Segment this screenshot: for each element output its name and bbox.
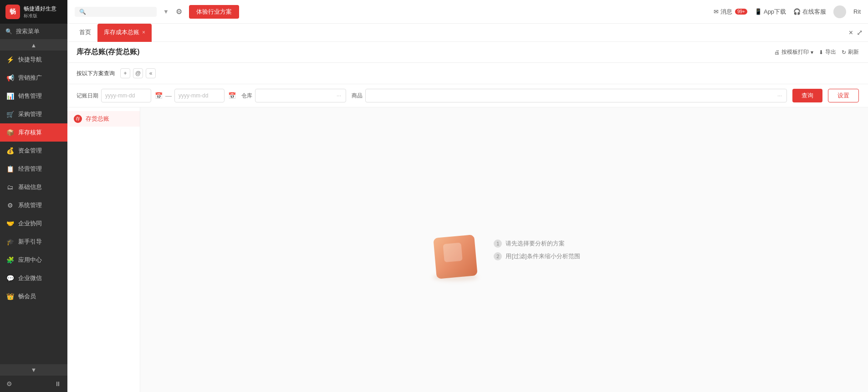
date-end-input[interactable]: yyyy-mm-dd: [174, 89, 225, 102]
sidebar-item-label: 畅会员: [18, 292, 61, 300]
refresh-btn[interactable]: ↻ 刷新: [842, 48, 859, 56]
sidebar-item-label: 应用中心: [18, 256, 61, 264]
date-end-placeholder: yyyy-mm-dd: [179, 92, 208, 99]
operation-icon: 📋: [6, 165, 14, 173]
sidebar-bottom: ⚙ ⏸: [0, 375, 67, 392]
date-start-input[interactable]: yyyy-mm-dd: [101, 89, 151, 102]
empty-state: 1 请先选择要分析的方案 2 用[过滤]条件来缩小分析范围: [140, 107, 868, 392]
panel-close-btn[interactable]: ×: [849, 29, 853, 37]
filter-add-btn[interactable]: +: [120, 68, 130, 78]
scroll-down-btn[interactable]: ▼: [0, 364, 67, 375]
scroll-up-btn[interactable]: ▲: [0, 40, 67, 51]
product-input[interactable]: ···: [365, 89, 787, 102]
sidebar-item-label: 企业微信: [18, 274, 61, 282]
panel-expand-btn[interactable]: ⤢: [857, 28, 863, 37]
hint1-num: 1: [494, 239, 502, 248]
date-separator: —: [165, 92, 172, 99]
scheme-item-inventory-ledger[interactable]: 存 存货总账: [67, 111, 140, 127]
empty-hint-2: 2 用[过滤]条件来缩小分析范围: [494, 252, 580, 260]
sidebar-nav-list: ⚡ 快捷导航 📢 营销推广 📊 销售管理 🛒 采购管理 📦 库存核算 💰 资金管…: [0, 51, 67, 364]
sidebar-item-system[interactable]: ⚙ 系统管理: [0, 196, 67, 214]
online-service-btn[interactable]: 🎧 在线客服: [793, 8, 826, 16]
empty-box: [434, 234, 478, 279]
page-title: 库存总账(存货总账): [77, 47, 140, 57]
app-download-icon: 📱: [755, 8, 762, 15]
tab-close-btn[interactable]: ×: [142, 29, 145, 36]
topbar-chevron-icon[interactable]: ▼: [163, 8, 169, 15]
date-end-calendar-icon[interactable]: 📅: [228, 92, 236, 99]
hint2-num: 2: [494, 252, 502, 260]
sidebar-item-apps[interactable]: 🧩 应用中心: [0, 251, 67, 269]
sidebar-search[interactable]: 🔍 搜索菜单: [0, 24, 67, 40]
print-icon: 🖨: [774, 49, 780, 56]
export-btn[interactable]: ⬇ 导出: [819, 48, 836, 56]
avatar[interactable]: [833, 5, 846, 18]
tabs-bar: 首页 库存成本总账 × × ⤢: [67, 24, 868, 42]
empty-text: 1 请先选择要分析的方案 2 用[过滤]条件来缩小分析范围: [494, 239, 580, 260]
search-btn[interactable]: 查询: [792, 89, 822, 102]
filter-refresh-btn[interactable]: @: [133, 68, 143, 78]
message-btn[interactable]: ✉ 消息 99+: [714, 8, 747, 16]
enterprise-icon: 🤝: [6, 220, 14, 227]
topbar-search-box[interactable]: 🔍: [75, 7, 157, 17]
page-header-actions: 🖨 按模板打印 ▾ ⬇ 导出 ↻ 刷新: [774, 48, 859, 56]
empty-box-shine: [443, 242, 463, 262]
sidebar-logo: 畅 畅捷通好生意 标准版: [0, 0, 67, 24]
purchase-icon: 🛒: [6, 111, 14, 118]
collapse-icon[interactable]: ⏸: [55, 380, 61, 387]
wechat-icon: 💬: [6, 275, 14, 282]
sidebar-item-marketing[interactable]: 📢 营销推广: [0, 69, 67, 87]
sidebar-item-finance[interactable]: 💰 资金管理: [0, 142, 67, 160]
main-area: 🔍 ▼ ⚙ 体验行业方案 ✉ 消息 99+ 📱 App下载 🎧 在线客服 Rit: [67, 0, 868, 392]
hint2-text: 用[过滤]条件来缩小分析范围: [505, 252, 580, 260]
message-badge: 99+: [735, 9, 747, 15]
print-chevron-icon: ▾: [811, 49, 813, 56]
industry-btn[interactable]: 体验行业方案: [189, 5, 239, 19]
topbar-gear-btn[interactable]: ⚙: [173, 5, 185, 18]
app-name: 畅捷通好生意: [24, 5, 56, 13]
sidebar-item-operation[interactable]: 📋 经营管理: [0, 160, 67, 178]
warehouse-more-btn[interactable]: ···: [337, 92, 341, 99]
app-sub: 标准版: [24, 13, 56, 19]
warehouse-filter-section: 仓库 ···: [241, 89, 346, 102]
message-label: 消息: [720, 8, 732, 16]
sidebar-item-inventory[interactable]: 📦 库存核算: [0, 123, 67, 142]
search-icon: 🔍: [5, 28, 12, 35]
settings-icon[interactable]: ⚙: [6, 380, 12, 387]
empty-shadow: [433, 274, 478, 281]
app-download-btn[interactable]: 📱 App下载: [755, 8, 786, 16]
sidebar-item-enterprise[interactable]: 🤝 企业协同: [0, 214, 67, 233]
date-start-calendar-icon[interactable]: 📅: [155, 92, 163, 99]
tab-inventory-ledger[interactable]: 库存成本总账 ×: [97, 24, 152, 42]
finance-icon: 💰: [6, 147, 14, 154]
sidebar-item-label: 销售管理: [18, 92, 61, 100]
sidebar-item-purchase[interactable]: 🛒 采购管理: [0, 105, 67, 123]
member-icon: 👑: [6, 293, 14, 300]
sidebar-item-basic[interactable]: 🗂 基础信息: [0, 178, 67, 196]
sidebar-item-label: 营销推广: [18, 74, 61, 82]
setting-btn[interactable]: 设置: [828, 89, 859, 102]
filter-label: 按以下方案查询: [77, 70, 115, 77]
warehouse-input[interactable]: ···: [255, 89, 346, 102]
filter-actions: + @ «: [120, 68, 156, 78]
sidebar-item-guide[interactable]: 🎓 新手引导: [0, 233, 67, 251]
tab-home[interactable]: 首页: [73, 24, 97, 42]
sidebar-item-member[interactable]: 👑 畅会员: [0, 287, 67, 305]
topbar-search-text: 🔍: [79, 9, 86, 15]
message-icon: ✉: [714, 8, 719, 15]
app-logo-text: 畅捷通好生意 标准版: [24, 5, 56, 19]
sidebar-item-label: 经营管理: [18, 165, 61, 173]
sidebar-item-sales[interactable]: 📊 销售管理: [0, 87, 67, 105]
filter-collapse-btn[interactable]: «: [146, 68, 156, 78]
date-label: 记账日期: [77, 92, 98, 100]
product-more-btn[interactable]: ···: [777, 92, 782, 99]
sidebar-item-quick-nav[interactable]: ⚡ 快捷导航: [0, 51, 67, 69]
topbar-left: 🔍 ▼ ⚙ 体验行业方案: [75, 5, 239, 19]
sidebar-item-wechat[interactable]: 💬 企业微信: [0, 269, 67, 287]
apps-icon: 🧩: [6, 256, 14, 264]
guide-icon: 🎓: [6, 238, 14, 245]
tab-active-label: 库存成本总账: [104, 28, 139, 36]
print-btn[interactable]: 🖨 按模板打印 ▾: [774, 48, 813, 56]
tab-panel-close-area: × ⤢: [849, 28, 863, 37]
hint1-text: 请先选择要分析的方案: [505, 239, 565, 248]
